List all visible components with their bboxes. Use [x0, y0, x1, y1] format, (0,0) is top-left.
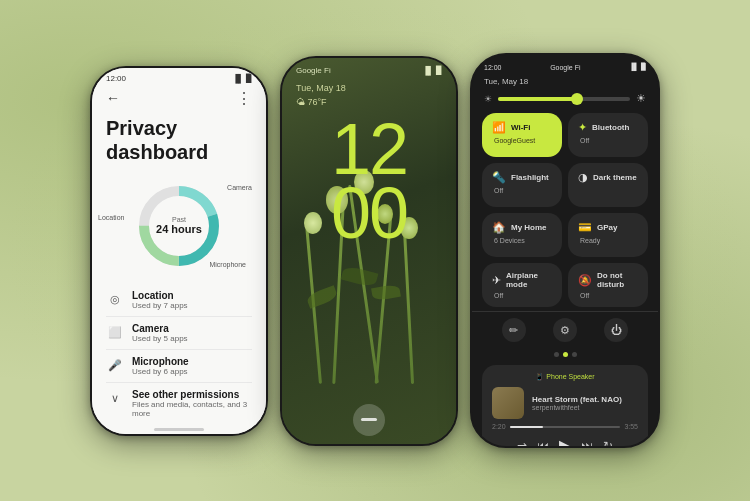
- list-item[interactable]: 🎤 Microphone Used by 6 apps: [106, 350, 252, 383]
- phone2-app-name: Google Fi: [296, 66, 331, 75]
- phone2-weather: 🌤 76°F: [282, 97, 456, 107]
- phones-container: 12:00 ▐▌ ▉ ← ⋮ Privacy dashboard: [70, 33, 680, 468]
- music-content: Heart Storm (feat. NAO) serpentwithfeet: [492, 387, 638, 419]
- power-icon[interactable]: ⏻: [604, 318, 628, 342]
- phone2-status-bar: Google Fi ▐▌ ▉: [282, 58, 456, 79]
- dnd-icon: 🔕: [578, 274, 592, 287]
- music-progress-fill: [510, 426, 543, 428]
- dnd-tile[interactable]: 🔕 Do not disturb Off: [568, 263, 648, 307]
- play-pause-button[interactable]: ▶: [559, 436, 571, 446]
- music-artist: serpentwithfeet: [532, 404, 638, 411]
- phone2-date: Tue, May 18: [282, 79, 456, 97]
- gpay-icon: 💳: [578, 221, 592, 234]
- quick-settings-grid: 📶 Wi-Fi GoogleGuest ✦ Bluetooth Off 🔦: [472, 109, 658, 311]
- album-art: [492, 387, 524, 419]
- privacy-microphone-text: Microphone Used by 6 apps: [132, 356, 189, 376]
- phone1-status-bar: 12:00 ▐▌ ▉: [92, 68, 266, 85]
- flashlight-tile-name: Flashlight: [511, 173, 549, 182]
- airplane-tile-sub: Off: [492, 292, 552, 299]
- shuffle-button[interactable]: ⇌: [517, 439, 527, 447]
- brightness-low-icon: ☀: [484, 94, 492, 104]
- dark-theme-tile-header: ◑ Dark theme: [578, 171, 638, 184]
- music-progress-row: 2:20 3:55: [492, 419, 638, 434]
- phone2-screen: Google Fi ▐▌ ▉ Tue, May 18 🌤 76°F 1200: [282, 58, 456, 444]
- gpay-tile[interactable]: 💳 GPay Ready: [568, 213, 648, 257]
- donut-center: Past 24 hours: [156, 216, 202, 235]
- repeat-button[interactable]: ↻: [603, 439, 613, 447]
- home-indicator: [154, 428, 204, 431]
- phone3-status-bar: 12:00 Google Fi ▐▌ ▉: [472, 55, 658, 75]
- wifi-icon: 📶: [492, 121, 506, 134]
- location-name: Location: [132, 290, 188, 301]
- phone3-signal-icons: ▐▌ ▉: [629, 63, 646, 71]
- my-home-tile[interactable]: 🏠 My Home 6 Devices: [482, 213, 562, 257]
- phone1-signal: ▐▌ ▉: [232, 74, 252, 83]
- home-indicator-icon: [361, 418, 377, 421]
- music-time-start: 2:20: [492, 423, 506, 430]
- list-item[interactable]: ∨ See other permissions Files and media,…: [106, 383, 252, 424]
- location-icon: ◎: [106, 291, 124, 309]
- other-permissions-sub: Files and media, contacts, and 3 more: [132, 400, 252, 418]
- airplane-tile[interactable]: ✈ Airplane mode Off: [482, 263, 562, 307]
- back-icon[interactable]: ←: [106, 90, 120, 106]
- settings-icon[interactable]: ⚙: [553, 318, 577, 342]
- phone3-time: 12:00: [484, 64, 502, 71]
- phone3-bottom-icons: ✏ ⚙ ⏻: [472, 311, 658, 348]
- next-button[interactable]: ⏭: [581, 439, 593, 447]
- wifi-tile-name: Wi-Fi: [511, 123, 530, 132]
- brightness-row: ☀ ☀: [472, 88, 658, 109]
- more-options-icon[interactable]: ⋮: [236, 89, 252, 108]
- edit-icon[interactable]: ✏: [502, 318, 526, 342]
- page-dot-1: [554, 352, 559, 357]
- dnd-tile-sub: Off: [578, 292, 638, 299]
- list-item[interactable]: ⬜ Camera Used by 5 apps: [106, 317, 252, 350]
- wifi-tile-sub: GoogleGuest: [492, 137, 552, 144]
- brightness-slider[interactable]: [498, 97, 630, 101]
- dnd-tile-name: Do not disturb: [597, 271, 638, 289]
- dark-theme-tile[interactable]: ◑ Dark theme: [568, 163, 648, 207]
- music-control-buttons: ⇌ ⏮ ▶ ⏭ ↻: [492, 434, 638, 446]
- microphone-icon: 🎤: [106, 357, 124, 375]
- privacy-location-text: Location Used by 7 apps: [132, 290, 188, 310]
- music-player: 📱 Phone Speaker Heart Storm (feat. NAO) …: [482, 365, 648, 446]
- microphone-sub: Used by 6 apps: [132, 367, 189, 376]
- wifi-tile[interactable]: 📶 Wi-Fi GoogleGuest: [482, 113, 562, 157]
- bluetooth-tile-name: Bluetooth: [592, 123, 629, 132]
- phone1-bottom-bar: [92, 428, 266, 435]
- airplane-icon: ✈: [492, 274, 501, 287]
- flashlight-icon: 🔦: [492, 171, 506, 184]
- music-progress-bar[interactable]: [510, 426, 621, 428]
- flashlight-tile[interactable]: 🔦 Flashlight Off: [482, 163, 562, 207]
- wifi-tile-header: 📶 Wi-Fi: [492, 121, 552, 134]
- airplane-tile-header: ✈ Airplane mode: [492, 271, 552, 289]
- brightness-thumb: [571, 93, 583, 105]
- donut-microphone-label: Microphone: [209, 261, 246, 268]
- dark-theme-icon: ◑: [578, 171, 588, 184]
- airplane-tile-name: Airplane mode: [506, 271, 552, 289]
- phone-privacy-dashboard: 12:00 ▐▌ ▉ ← ⋮ Privacy dashboard: [90, 66, 268, 436]
- home-icon: 🏠: [492, 221, 506, 234]
- privacy-camera-text: Camera Used by 5 apps: [132, 323, 188, 343]
- list-item[interactable]: ◎ Location Used by 7 apps: [106, 284, 252, 317]
- dnd-tile-header: 🔕 Do not disturb: [578, 271, 638, 289]
- bluetooth-tile[interactable]: ✦ Bluetooth Off: [568, 113, 648, 157]
- phone2-signal-icon: ▐▌ ▉: [422, 66, 442, 75]
- music-source-header: 📱 Phone Speaker: [492, 373, 638, 381]
- location-sub: Used by 7 apps: [132, 301, 188, 310]
- home-button[interactable]: [353, 404, 385, 436]
- donut-camera-label: Camera: [227, 184, 252, 191]
- chevron-down-icon: ∨: [106, 390, 124, 408]
- my-home-tile-header: 🏠 My Home: [492, 221, 552, 234]
- phone2-bottom: [282, 396, 456, 444]
- previous-button[interactable]: ⏮: [537, 439, 549, 447]
- gpay-tile-sub: Ready: [578, 237, 638, 244]
- camera-icon: ⬜: [106, 324, 124, 342]
- phone3-screen: 12:00 Google Fi ▐▌ ▉ Tue, May 18 ☀ ☀ 📶: [472, 55, 658, 446]
- music-info: Heart Storm (feat. NAO) serpentwithfeet: [532, 395, 638, 411]
- phone-quick-settings: 12:00 Google Fi ▐▌ ▉ Tue, May 18 ☀ ☀ 📶: [470, 53, 660, 448]
- music-time-end: 3:55: [624, 423, 638, 430]
- brightness-high-icon: ☀: [636, 92, 646, 105]
- donut-past-label: Past: [156, 216, 202, 223]
- music-title: Heart Storm (feat. NAO): [532, 395, 638, 404]
- my-home-tile-name: My Home: [511, 223, 547, 232]
